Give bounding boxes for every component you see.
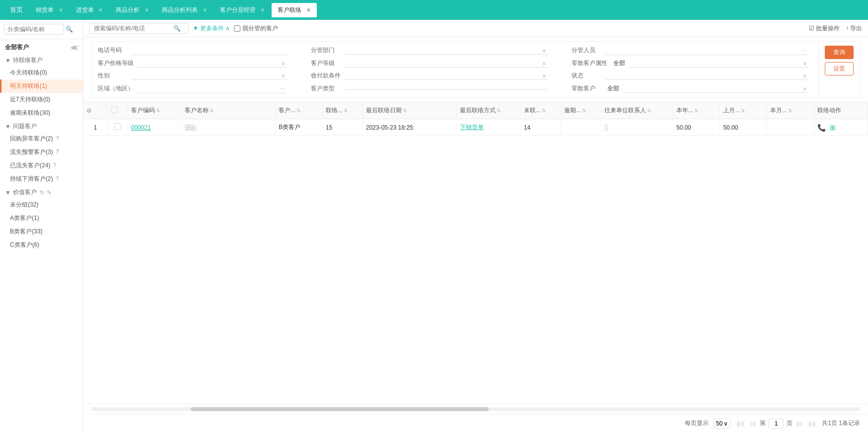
col-thismonth-header: 本月...⇅ (767, 102, 814, 119)
customer-price-label: 客户价格等级 (98, 59, 134, 68)
batch-op-btn[interactable]: ☑ 批量操作 (809, 24, 840, 33)
nav-purchase-order[interactable]: 进货单 ✕ (70, 3, 109, 17)
close-product-analysis-icon[interactable]: ✕ (145, 7, 149, 13)
query-button[interactable]: 查询 (825, 46, 854, 59)
nav-customer-layering[interactable]: 客户分层经营 ✕ (214, 3, 271, 17)
sidebar-item-churned[interactable]: 已流失客户(24) ? (0, 159, 83, 172)
col-check-header (108, 102, 128, 119)
nav-home[interactable]: 首页 (4, 2, 29, 17)
sort-company-icon[interactable]: ⇅ (647, 108, 651, 113)
sort-contact-icon[interactable]: ⇅ (344, 108, 348, 113)
sort-uncontact-icon[interactable]: ⇅ (542, 108, 546, 113)
retail-attr-select[interactable]: ∨ (629, 60, 808, 68)
customer-price-select[interactable]: ∨ (138, 60, 287, 68)
action-phone-icon[interactable]: 📞 (817, 124, 826, 132)
person-ellipsis-icon[interactable]: ··· (801, 47, 806, 54)
sort-overdue-icon[interactable]: ⇅ (582, 108, 586, 113)
first-page-btn[interactable]: |◁ (735, 419, 745, 428)
col-overdue-header: 逾期...⇅ (561, 102, 601, 119)
table-header: ⚙ 客户编码⇅ 客户名称⇅ 客户...⇅ (83, 102, 868, 119)
sidebar-item-a-class[interactable]: A类客户(1) (0, 212, 83, 225)
row-code-link[interactable]: 000021 (131, 124, 151, 131)
row-method-link[interactable]: 下销货单 (460, 124, 484, 131)
scrollbar-thumb[interactable] (191, 407, 489, 411)
sidebar-item-overdue-contact[interactable]: 逾期未联络(30) (0, 106, 83, 120)
sidebar-item-7day-contact[interactable]: 近7天待联络(0) (0, 93, 83, 106)
sidebar-search-input[interactable] (4, 24, 64, 35)
page-size-select[interactable]: 50 ∨ (714, 419, 730, 429)
close-customer-layering-icon[interactable]: ✕ (260, 7, 265, 13)
status-chevron-icon: ∨ (803, 73, 806, 78)
col-company-header: 往来单位联系人⇅ (601, 102, 673, 119)
retail-attr-chevron-icon: ∨ (803, 61, 806, 66)
sidebar-item-ungrouped[interactable]: 未分组(32) (0, 198, 83, 212)
sort-lastmonth-icon[interactable]: ⇅ (741, 108, 745, 113)
dept-select[interactable]: ∨ (345, 47, 548, 55)
sidebar-item-churn-warning[interactable]: 流失预警客户(3) ? (0, 145, 83, 159)
set-button[interactable]: 设置 (825, 62, 854, 75)
gender-select[interactable]: ∨ (132, 72, 287, 80)
value-group-title[interactable]: ▼ 价值客户 ↻ ✎ (0, 186, 83, 198)
sidebar-item-b-class[interactable]: B类客户(33) (0, 225, 83, 238)
sort-year-icon[interactable]: ⇅ (694, 108, 698, 113)
customer-level-select[interactable]: ∨ (345, 60, 548, 68)
sidebar-search-area: 🔍 (0, 20, 83, 39)
prev-page-btn[interactable]: ◁ (748, 419, 757, 428)
page-number-input[interactable] (769, 419, 784, 429)
sidebar-item-declining[interactable]: 持续下滑客户(2) ? (0, 172, 83, 186)
export-btn[interactable]: ↑ 导出 (846, 24, 862, 33)
sidebar-item-c-class[interactable]: C类客户(6) (0, 238, 83, 252)
close-purchase-order-icon[interactable]: ✕ (98, 7, 103, 13)
customer-table: ⚙ 客户编码⇅ 客户名称⇅ 客户...⇅ (83, 102, 868, 136)
sort-code-icon[interactable]: ⇅ (156, 108, 160, 113)
sidebar-item-tomorrow-contact[interactable]: 明天待联络(1) (0, 79, 83, 93)
sort-name-icon[interactable]: ⇅ (210, 108, 214, 113)
sort-date-icon[interactable]: ⇅ (403, 108, 407, 113)
action-grid-icon[interactable]: ⊞ (830, 124, 836, 132)
sort-method-icon[interactable]: ⇅ (497, 108, 501, 113)
table-settings-icon[interactable]: ⚙ (86, 107, 92, 114)
close-product-analysis-list-icon[interactable]: ✕ (203, 7, 207, 13)
nav-sales-order[interactable]: 销货单 ✕ (30, 3, 69, 17)
dept-label: 分管部门 (311, 46, 341, 55)
nav-customer-contact[interactable]: 客户联络 ✕ (272, 3, 317, 17)
row-checkbox[interactable] (114, 123, 121, 130)
refresh-icon[interactable]: ↻ (40, 189, 45, 196)
nav-product-analysis-list[interactable]: 商品分析列表 ✕ (156, 3, 213, 17)
pending-group-title[interactable]: ▼ 待联络客户 (0, 54, 83, 66)
export-icon: ↑ (846, 25, 849, 32)
sort-type-icon[interactable]: ⇅ (296, 108, 300, 113)
region-ellipsis-icon[interactable]: ··· (280, 85, 285, 92)
next-page-btn[interactable]: ▷ (796, 419, 804, 428)
col-lastmonth-header: 上月...⇅ (720, 102, 767, 119)
row-last-method: 下销货单 (457, 119, 520, 136)
phone-input[interactable] (132, 46, 287, 55)
filter-customer-level: 客户等级 ∨ (311, 59, 548, 68)
sidebar-item-today-contact[interactable]: 今天待联络(0) (0, 66, 83, 79)
sort-thismonth-icon[interactable]: ⇅ (788, 108, 792, 113)
customer-type-select[interactable] (345, 87, 548, 90)
filter-row-4: 区域（地区） ··· 客户类型 零散 (98, 84, 808, 93)
edit-value-icon[interactable]: ✎ (47, 189, 52, 196)
collapse-all-customers-icon[interactable]: ≪ (71, 44, 78, 52)
more-conditions-btn[interactable]: ▼ 更多条件 ∧ (193, 24, 230, 33)
sidebar-item-repurchase-abnormal[interactable]: 回购异常客户(2) ? (0, 132, 83, 145)
close-customer-contact-icon[interactable]: ✕ (306, 7, 311, 13)
col-date-header: 最后联络日期⇅ (363, 102, 457, 119)
sidebar-search-icon[interactable]: 🔍 (66, 26, 73, 33)
problem-group-title[interactable]: ▼ 问题客户 (0, 120, 83, 132)
payment-select[interactable]: ∨ (345, 72, 548, 80)
select-all-checkbox[interactable] (111, 106, 118, 113)
retail-customer-select[interactable]: ∨ (623, 85, 808, 93)
close-sales-order-icon[interactable]: ✕ (59, 7, 63, 13)
status-select[interactable]: ∨ (605, 72, 808, 80)
filter-row-1: 电话号码 分管部门 ∨ 分管人员 (98, 46, 808, 55)
main-search-input[interactable] (94, 25, 173, 32)
last-page-btn[interactable]: ▷| (807, 419, 817, 428)
nav-product-analysis[interactable]: 商品分析 ✕ (110, 3, 155, 17)
row-overdue (561, 119, 601, 136)
filter-gender: 性别 ∨ (98, 72, 287, 80)
main-search-icon[interactable]: 🔍 (173, 25, 181, 32)
scrollbar-track (91, 407, 860, 411)
my-customers-checkbox[interactable] (234, 25, 240, 32)
